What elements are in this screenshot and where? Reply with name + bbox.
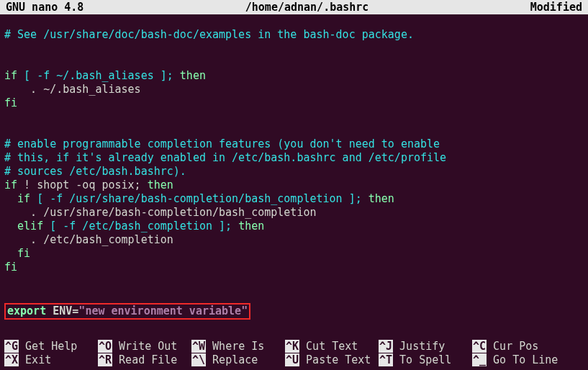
shortcut-label: Where Is xyxy=(206,340,264,353)
shortcut-key: ^W xyxy=(191,340,206,353)
code-text: . ~/.bash_aliases xyxy=(4,83,141,96)
shortcut-key: ^R xyxy=(98,353,112,366)
editor-area[interactable]: # See /usr/share/doc/bash-doc/examples i… xyxy=(0,14,588,320)
shortcut-item[interactable]: ^T To Spell xyxy=(379,353,472,367)
env-assignment: ENV= xyxy=(46,304,78,317)
shortcut-key: ^G xyxy=(4,340,19,353)
shortcut-row: ^X Exit^R Read File^\ Replace^U Paste Te… xyxy=(4,353,584,367)
comment-line: # sources /etc/bash.bashrc). xyxy=(4,165,186,178)
shortcut-item[interactable]: ^X Exit xyxy=(4,353,98,367)
keyword-if: if xyxy=(4,179,17,191)
shortcut-item[interactable]: ^O Write Out xyxy=(98,340,191,353)
shortcut-item[interactable]: ^U Paste Text xyxy=(285,353,379,367)
shortcut-key: ^T xyxy=(379,353,393,366)
shortcut-label: Get Help xyxy=(19,340,77,353)
comment-line: # enable programmable completion feature… xyxy=(4,137,440,150)
shortcut-key: ^\ xyxy=(191,353,206,366)
shortcut-key: ^J xyxy=(379,340,393,353)
string-value: new environment variable xyxy=(85,304,241,317)
shortcut-item[interactable]: ^G Get Help xyxy=(4,340,98,353)
highlighted-export-line: export ENV="new environment variable" xyxy=(4,303,250,320)
shortcut-label: Justify xyxy=(393,340,445,353)
keyword-then: then xyxy=(368,192,394,205)
code-text: [ -f ~/.bash_aliases ]; xyxy=(17,69,180,82)
keyword-then: then xyxy=(180,69,206,82)
keyword-fi: fi xyxy=(4,247,30,260)
shortcut-row: ^G Get Help^O Write Out^W Where Is^K Cut… xyxy=(4,340,584,353)
keyword-elif: elif xyxy=(4,220,43,233)
shortcut-key: ^U xyxy=(285,353,299,366)
code-text: [ -f /etc/bash_completion ]; xyxy=(43,220,238,233)
shortcut-label: Go To Line xyxy=(487,353,558,366)
string-quote: " xyxy=(241,304,248,317)
shortcut-item[interactable]: ^R Read File xyxy=(98,353,191,367)
modified-status: Modified xyxy=(530,0,582,14)
keyword-if: if xyxy=(4,69,17,82)
shortcut-label: Exit xyxy=(19,353,51,366)
shortcut-key: ^X xyxy=(4,353,19,366)
code-text: . /usr/share/bash-completion/bash_comple… xyxy=(4,206,316,219)
code-text: ! shopt -oq posix; xyxy=(17,179,148,191)
shortcut-label: Replace xyxy=(206,353,258,366)
file-path: /home/adnan/.bashrc xyxy=(83,0,530,14)
shortcut-item[interactable]: ^W Where Is xyxy=(191,340,285,353)
shortcut-key: ^K xyxy=(285,340,299,353)
shortcut-label: Cut Text xyxy=(299,340,358,353)
keyword-then: then xyxy=(238,220,264,233)
shortcut-label: To Spell xyxy=(393,353,451,366)
shortcut-key: ^C xyxy=(472,340,487,353)
shortcut-bar: ^G Get Help^O Write Out^W Where Is^K Cut… xyxy=(0,340,588,370)
comment-line: # See /usr/share/doc/bash-doc/examples i… xyxy=(4,28,414,41)
shortcut-item[interactable]: ^K Cut Text xyxy=(285,340,379,353)
code-text: [ -f /usr/share/bash-completion/bash_com… xyxy=(30,192,368,205)
shortcut-item[interactable]: ^_ Go To Line xyxy=(472,353,566,367)
shortcut-key: ^_ xyxy=(472,353,487,366)
code-text: . /etc/bash_completion xyxy=(4,233,173,246)
keyword-export: export xyxy=(7,304,46,317)
shortcut-key: ^O xyxy=(98,340,112,353)
app-name: GNU nano 4.8 xyxy=(6,0,83,14)
shortcut-label: Paste Text xyxy=(299,353,371,366)
shortcut-label: Write Out xyxy=(112,340,177,353)
shortcut-item[interactable]: ^J Justify xyxy=(379,340,472,353)
shortcut-label: Cur Pos xyxy=(487,340,538,353)
shortcut-label: Read File xyxy=(112,353,177,366)
titlebar: GNU nano 4.8 /home/adnan/.bashrc Modifie… xyxy=(0,0,588,14)
comment-line: # this, if it's already enabled in /etc/… xyxy=(4,151,446,164)
keyword-fi: fi xyxy=(4,96,17,109)
keyword-if: if xyxy=(4,192,30,205)
shortcut-item[interactable]: ^\ Replace xyxy=(191,353,285,367)
keyword-fi: fi xyxy=(4,261,17,274)
keyword-then: then xyxy=(148,179,173,191)
shortcut-item[interactable]: ^C Cur Pos xyxy=(472,340,566,353)
